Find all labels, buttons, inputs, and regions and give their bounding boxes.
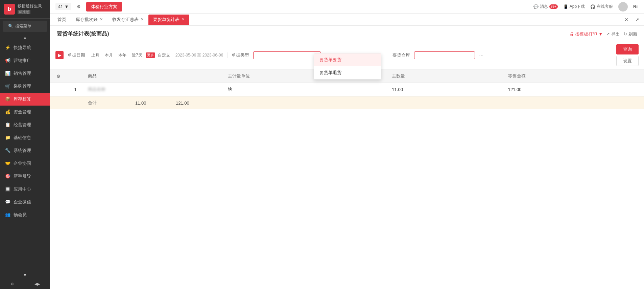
warehouse-input[interactable]	[417, 53, 472, 58]
app-download-label: App下载	[570, 4, 585, 9]
user-avatar[interactable]	[618, 2, 628, 12]
col-quantity-header: 主数量	[388, 70, 504, 83]
sidebar-item-wechat[interactable]: 💬 企业微信	[0, 196, 50, 208]
bottom-collapse-btn[interactable]: ◀▶	[34, 282, 40, 286]
quick-nav-icon: ⚡	[5, 45, 11, 51]
trial-industry-btn[interactable]: 体验行业方案	[86, 2, 122, 12]
enterprise-icon: 🤝	[5, 160, 11, 166]
tab-order-summary-label: 要货单统计表	[153, 17, 180, 23]
sidebar-item-inventory[interactable]: 📦 库存核算	[0, 93, 50, 106]
app-version: 标准版	[18, 10, 30, 14]
filter-settings-btn[interactable]: 设置	[616, 56, 639, 66]
app-download-btn[interactable]: 📱 App下载	[563, 4, 585, 9]
sidebar-item-member[interactable]: 👥 畅会员	[0, 208, 50, 221]
tab-receive-summary[interactable]: 收发存汇总表✕	[108, 15, 148, 25]
inventory-icon: 📦	[5, 96, 11, 102]
message-btn[interactable]: 💬 消息 99+	[533, 4, 558, 9]
export-btn[interactable]: ↗ 导出	[606, 31, 620, 37]
type-input[interactable]	[256, 53, 314, 58]
page-actions: 🖨 按模板打印 ▼ ↗ 导出 ↻ 刷新	[569, 31, 637, 37]
tab-inventory-batch-label: 库存批次账	[76, 17, 98, 23]
row-product-cell: 商品名称	[84, 83, 224, 96]
row-amount-cell: 121.00	[504, 83, 644, 96]
query-btn[interactable]: 查询	[616, 44, 639, 54]
print-chevron: ▼	[598, 31, 603, 37]
filter-bar: ▶ 单据日期 上月 本月 本年 近7天 更多 自定义 2023-05-06 至 …	[50, 41, 644, 70]
scroll-top: ▲	[0, 34, 50, 41]
tabs-bar: 首页库存批次账✕收发存汇总表✕要货单统计表✕ ✕ ⤢	[50, 14, 644, 26]
sidebar-item-purchase[interactable]: 🛒 采购管理	[0, 80, 50, 93]
tab-receive-summary-close-icon[interactable]: ✕	[141, 17, 144, 22]
tab-close-all-btn[interactable]: ✕	[622, 16, 630, 24]
date-more-badge[interactable]: 更多	[146, 52, 155, 58]
table-row: 1 商品名称 块 11.00 121.00	[50, 83, 644, 96]
header-settings-btn[interactable]: ⚙	[75, 3, 83, 11]
type-dropdown: 要货单要货 要货单退货	[314, 53, 381, 80]
tab-order-summary-close-icon[interactable]: ✕	[182, 17, 185, 22]
system-label: 系统管理	[14, 148, 31, 154]
sidebar-item-quick-nav[interactable]: ⚡ 快捷导航	[0, 41, 50, 54]
sidebar-item-sales[interactable]: 📊 销售管理	[0, 67, 50, 80]
filter-divider	[227, 52, 228, 58]
store-selector[interactable]: 41 ▼	[55, 3, 71, 10]
date-7-days[interactable]: 近7天	[130, 52, 144, 59]
date-custom[interactable]: 自定义	[157, 52, 171, 59]
date-this-month[interactable]: 本月	[103, 52, 115, 59]
header: 41 ▼ ⚙ 体验行业方案 💬 消息 99+ 📱 App下载	[50, 0, 644, 14]
app-icon: 📱	[563, 4, 568, 9]
sidebar: b 畅捷通好生意 标准版 🔍 搜索菜单 ▲ ⚡ 快捷导航 📢 营销推广 📊 销售…	[0, 0, 50, 289]
app-center-icon: 🔲	[5, 186, 11, 192]
sidebar-item-guide[interactable]: 🎯 新手引导	[0, 170, 50, 183]
sales-icon: 📊	[5, 70, 11, 76]
app-center-label: 应用中心	[14, 186, 31, 192]
marketing-label: 营销推广	[14, 58, 31, 64]
sidebar-item-basic[interactable]: 📁 基础信息	[0, 131, 50, 144]
export-label: 导出	[611, 31, 620, 37]
app-logo-text: 畅捷通好生意 标准版	[18, 3, 42, 15]
tab-order-summary[interactable]: 要货单统计表✕	[148, 15, 189, 25]
purchase-label: 采购管理	[14, 83, 31, 89]
settings-icon: ⚙	[10, 282, 14, 286]
print-label: 按模板打印	[575, 31, 597, 37]
sidebar-item-finance[interactable]: 💰 资金管理	[0, 106, 50, 118]
online-service-btn[interactable]: 🎧 在线客服	[590, 4, 613, 9]
bottom-settings-btn[interactable]: ⚙	[10, 282, 14, 286]
warehouse-input-wrapper[interactable]	[414, 51, 475, 59]
settings-col-icon[interactable]: ⚙	[56, 74, 61, 79]
footer-total-label: 合计	[88, 100, 97, 105]
scroll-down-arrow[interactable]: ▼	[23, 272, 27, 277]
filter-expand-btn[interactable]: ▶	[55, 51, 64, 59]
sidebar-item-marketing[interactable]: 📢 营销推广	[0, 54, 50, 67]
date-range-text: 2023-05-06 至 2023-06-06	[175, 52, 223, 58]
sidebar-item-operation[interactable]: 📋 经营管理	[0, 118, 50, 131]
gear-icon: ⚙	[77, 4, 81, 9]
sidebar-item-system[interactable]: 🔧 系统管理	[0, 144, 50, 157]
date-last-month[interactable]: 上月	[89, 52, 101, 59]
tab-home[interactable]: 首页	[53, 15, 71, 25]
col-settings-header[interactable]: ⚙	[50, 70, 67, 83]
sidebar-search[interactable]: 🔍 搜索菜单	[3, 21, 47, 32]
dropdown-item-order-return[interactable]: 要货单退货	[314, 66, 381, 79]
sidebar-item-app-center[interactable]: 🔲 应用中心	[0, 183, 50, 196]
dropdown-item-order-goods[interactable]: 要货单要货	[314, 53, 381, 66]
sidebar-item-enterprise[interactable]: 🤝 企业协同	[0, 157, 50, 170]
wechat-icon: 💬	[5, 199, 11, 205]
member-icon: 👥	[5, 212, 11, 218]
tab-inventory-batch[interactable]: 库存批次账✕	[71, 15, 108, 25]
header-left: 41 ▼ ⚙ 体验行业方案	[55, 2, 122, 12]
type-input-wrapper[interactable]: ▲	[253, 51, 321, 59]
tab-expand-btn[interactable]: ⤢	[633, 16, 641, 24]
main: 41 ▼ ⚙ 体验行业方案 💬 消息 99+ 📱 App下载	[50, 0, 644, 289]
filter-more-icon[interactable]: ···	[479, 52, 483, 58]
print-btn[interactable]: 🖨 按模板打印 ▼	[569, 31, 603, 37]
store-number: 41	[58, 4, 63, 9]
date-this-year[interactable]: 本年	[116, 52, 128, 59]
row-settings-cell	[50, 83, 67, 96]
search-icon: 🔍	[8, 24, 13, 28]
scroll-up-arrow[interactable]: ▲	[23, 35, 27, 40]
refresh-btn[interactable]: ↻ 刷新	[623, 31, 637, 37]
page-title: 要货单统计表(按商品)	[57, 30, 109, 38]
header-right: 💬 消息 99+ 📱 App下载 🎧 在线客服 Rit	[533, 2, 639, 12]
tab-inventory-batch-close-icon[interactable]: ✕	[100, 17, 103, 22]
operation-icon: 📋	[5, 122, 11, 128]
